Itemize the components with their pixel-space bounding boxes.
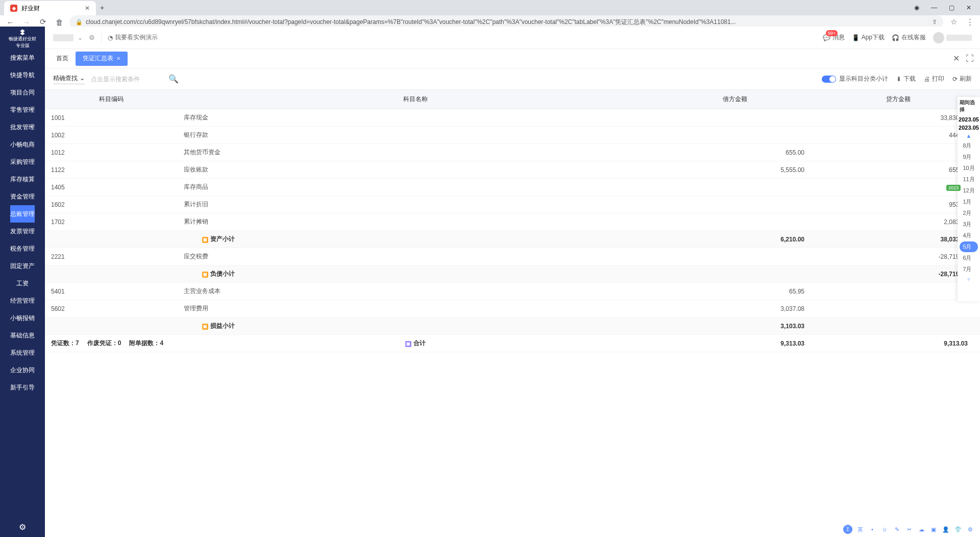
table-row[interactable]: 5401主营业务成本65.95 [45,283,980,300]
month-5月[interactable]: 5月 [960,241,977,252]
search-icon[interactable]: 🔍 [168,74,179,84]
reload-icon[interactable]: ⟳ [37,17,49,27]
ime-person-icon[interactable]: 👤 [941,525,950,534]
table-row[interactable]: 1122应收账款5,555.00655.00 [45,161,980,179]
month-9月[interactable]: 9月 [960,152,977,162]
tab-close-icon[interactable]: ✕ [85,5,90,12]
trash-icon[interactable]: 🗑 [53,18,65,27]
minimize-icon[interactable]: — [927,3,941,13]
star-icon[interactable]: ☆ [947,17,960,27]
account-icon[interactable]: ◉ [910,3,924,13]
col-name[interactable]: 科目名称 [178,90,653,109]
refresh-button[interactable]: ⟳ 刷新 [952,75,972,83]
sidebar-item-零售管理[interactable]: 零售管理 [10,101,35,118]
share-icon[interactable]: ⇧ [932,18,937,26]
scroll-down-icon[interactable]: ▼ [965,275,973,283]
sidebar-item-发票管理[interactable]: 发票管理 [10,223,35,240]
sidebar-item-快捷导航[interactable]: 快捷导航 [10,66,35,84]
period-to[interactable]: 2023.05 [958,124,980,132]
table-row[interactable]: 1001库存现金33,830.98 [45,109,980,127]
month-2月[interactable]: 2月 [960,208,977,218]
table-row[interactable]: 2221应交税费-28,719.98 [45,248,980,265]
sidebar-item-经营管理[interactable]: 经营管理 [10,292,35,309]
sidebar-item-库存核算[interactable]: 库存核算 [10,170,35,188]
tab-home[interactable]: 首页 [49,52,76,66]
search-mode-dropdown[interactable]: 精确查找 ⌄ [53,74,85,84]
print-button[interactable]: 🖨 打印 [924,75,944,83]
subtotal-toggle[interactable] [822,76,836,83]
expand-icon[interactable]: ⛶ [964,52,976,65]
table-row[interactable]: 1012其他货币资金655.00 [45,144,980,161]
table-row[interactable]: ▣负债小计-28,719.98 [45,265,980,283]
period-from[interactable]: 2023.05 [958,115,980,124]
month-11月[interactable]: 11月 [960,174,977,185]
messages-button[interactable]: 99+ 💬 消息 [823,33,845,42]
ime-dot-icon[interactable]: • [868,525,877,534]
ime-logo-icon[interactable]: 王 [843,525,852,534]
month-6月[interactable]: 6月 [960,253,977,263]
ime-shirt-icon[interactable]: 👕 [953,525,963,534]
forward-icon[interactable]: → [20,18,33,27]
sidebar-item-税务管理[interactable]: 税务管理 [10,240,35,257]
org-selector[interactable]: ⌄ [53,34,83,41]
month-7月[interactable]: 7月 [960,264,977,275]
menu-icon[interactable]: ⋮ [964,17,976,27]
sidebar-item-资金管理[interactable]: 资金管理 [10,188,35,205]
table-row[interactable]: 1405库存商品65.95 [45,179,980,196]
sidebar-item-新手引导[interactable]: 新手引导 [10,379,35,396]
sidebar-item-小畅报销[interactable]: 小畅报销 [10,309,35,327]
settings-button[interactable]: ⚙ [0,517,45,537]
table-row[interactable]: ▣损益小计3,103.03 [45,318,980,335]
ime-gear-icon[interactable]: ⚙ [966,525,975,534]
month-8月[interactable]: 8月 [960,140,977,151]
sidebar-item-总账管理[interactable]: 总账管理 [10,205,35,223]
table-row[interactable]: ▣资产小计6,210.0038,033.01 [45,231,980,248]
sidebar-item-工资[interactable]: 工资 [10,275,35,292]
ime-cloud-icon[interactable]: ☁ [917,525,926,534]
sidebar-item-采购管理[interactable]: 采购管理 [10,153,35,170]
sidebar-item-企业协同[interactable]: 企业协同 [10,361,35,379]
download-button[interactable]: 📱 App下载 [852,33,885,42]
table-row[interactable]: 1002银行存款444.00 [45,127,980,144]
close-window-icon[interactable]: ✕ [962,3,976,13]
close-tab-icon[interactable]: ✕ [951,52,962,65]
new-tab-button[interactable]: + [100,4,104,12]
month-12月[interactable]: 12月 [960,185,977,196]
download-button[interactable]: ⬇ 下载 [896,75,916,83]
search-input[interactable] [91,74,162,85]
sidebar-item-批发管理[interactable]: 批发管理 [10,118,35,136]
month-3月[interactable]: 3月 [960,219,977,230]
ime-edit-icon[interactable]: ✎ [892,525,901,534]
table-row[interactable]: 1702累计摊销2,083.33 [45,213,980,231]
ime-smile-icon[interactable]: ☺ [880,525,889,534]
browser-tab[interactable]: ◆ 好业财 ✕ [4,1,96,15]
sidebar-item-基础信息[interactable]: 基础信息 [10,327,35,344]
table-row[interactable]: 5602管理费用3,037.08 [45,300,980,318]
service-button[interactable]: 🎧 在线客服 [892,33,926,42]
month-4月[interactable]: 4月 [960,230,977,241]
month-10月[interactable]: 10月 [960,163,977,174]
gear-icon[interactable]: ⚙ [89,34,95,41]
col-code[interactable]: 科目编码 [45,90,178,109]
sidebar-item-小畅电商[interactable]: 小畅电商 [10,136,35,153]
table-header-row: 科目编码 科目名称 借方金额 贷方金额 [45,90,980,109]
sidebar-item-固定资产[interactable]: 固定资产 [10,257,35,275]
table-row[interactable]: 1602累计折旧953.75 [45,196,980,213]
tab-close-icon[interactable]: ✕ [116,56,120,61]
ime-lang[interactable]: 英 [855,525,865,534]
sidebar-item-系统管理[interactable]: 系统管理 [10,344,35,361]
demo-link[interactable]: ◔ 我要看实例演示 [108,33,158,42]
user-menu[interactable] [933,32,972,43]
tab-voucher-total[interactable]: 凭证汇总表 ✕ [76,52,128,66]
sidebar-item-搜索菜单[interactable]: 搜索菜单 [10,49,35,66]
table-row[interactable]: 凭证数：7作废凭证：0附单据数：4▣合计9,313.039,313.03 [45,335,980,352]
ime-cut-icon[interactable]: ✂ [904,525,914,534]
col-credit[interactable]: 贷方金额 [817,90,980,109]
month-1月[interactable]: 1月 [960,197,977,207]
sidebar-item-项目合同[interactable]: 项目合同 [10,84,35,101]
col-debit[interactable]: 借方金额 [653,90,817,109]
back-icon[interactable]: ← [4,18,16,27]
maximize-icon[interactable]: ▢ [944,3,959,13]
ime-picture-icon[interactable]: ▣ [929,525,938,534]
scroll-up-icon[interactable]: ▲ [965,132,973,140]
